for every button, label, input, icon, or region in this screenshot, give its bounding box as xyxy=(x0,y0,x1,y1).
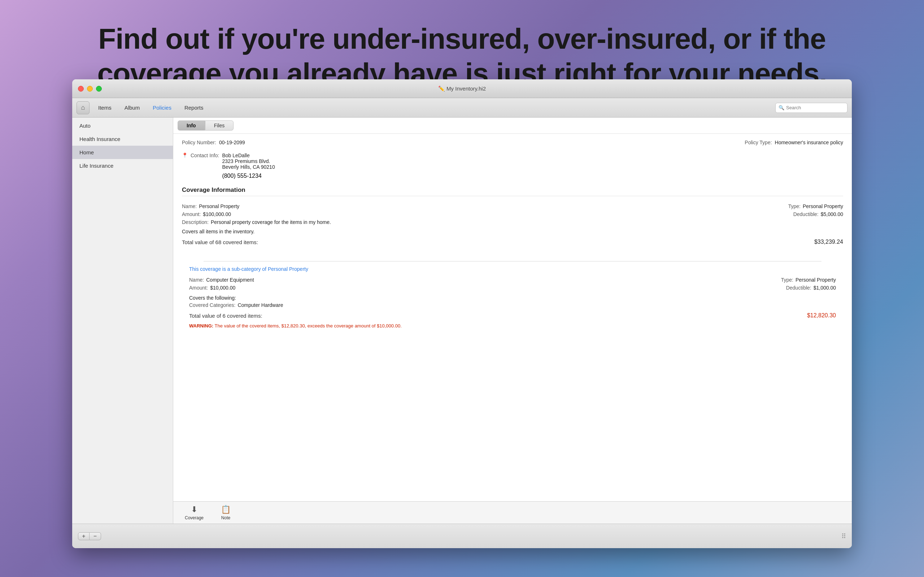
sub-amount-label: Amount: xyxy=(189,285,208,291)
window-title: ✏️ My Inventory.hi2 xyxy=(438,85,486,92)
bottom-tab-note[interactable]: 📋 Note xyxy=(216,503,235,522)
sub-amount-group: Amount: $10,000.00 xyxy=(189,285,235,291)
search-box[interactable]: 🔍 xyxy=(775,103,848,113)
coverage-deductible-group: Deductible: $5,000.00 xyxy=(793,211,843,217)
policy-type-value: Homeowner's insurance policy xyxy=(775,140,843,145)
coverage-total-value: $33,239.24 xyxy=(814,239,843,245)
toolbar-tabs: Items Album Policies Reports xyxy=(92,102,772,113)
sub-coverage-link[interactable]: This coverage is a sub-category of Perso… xyxy=(189,266,308,272)
tab-reports[interactable]: Reports xyxy=(179,102,209,113)
coverage-total-row: Total value of 68 covered items: $33,239… xyxy=(182,239,843,245)
maximize-button[interactable] xyxy=(96,86,102,92)
coverage-type-label: Type: xyxy=(788,203,801,209)
contact-address2: Beverly Hills, CA 90210 xyxy=(222,164,275,170)
coverage-type-value: Personal Property xyxy=(803,203,843,209)
sub-categories-row: Covered Categories: Computer Hardware xyxy=(189,302,836,308)
sub-warning-text: WARNING: The value of the covered items,… xyxy=(189,323,836,329)
note-tab-label: Note xyxy=(221,515,230,521)
coverage-tab-icon: ⬇ xyxy=(191,505,197,514)
segment-info[interactable]: Info xyxy=(178,121,205,131)
coverage-name-group: Name: Personal Property xyxy=(182,203,239,209)
coverage-amount-group: Amount: $100,000.00 xyxy=(182,211,231,217)
coverage-type-group: Type: Personal Property xyxy=(788,203,843,209)
policy-type-label: Policy Type: xyxy=(745,140,772,145)
coverage-block: Name: Personal Property Type: Personal P… xyxy=(182,199,843,254)
sidebar-item-home[interactable]: Home xyxy=(72,146,173,159)
sub-type-value: Personal Property xyxy=(795,277,836,283)
sidebar-item-life[interactable]: Life Insurance xyxy=(72,159,173,172)
contact-phone: (800) 555-1234 xyxy=(222,173,275,179)
main-window: ✏️ My Inventory.hi2 ⌂ Items Album Polici… xyxy=(72,79,852,548)
contact-row: 📍 Contact Info: Bob LeDalle 2323 Premium… xyxy=(182,153,843,179)
sub-coverage-block: This coverage is a sub-category of Perso… xyxy=(182,266,843,329)
coverage-section-title: Coverage Information xyxy=(182,187,843,196)
toolbar: ⌂ Items Album Policies Reports 🔍 xyxy=(72,98,852,118)
warning-bold: WARNING: xyxy=(189,323,213,329)
coverage-name-label: Name: xyxy=(182,203,197,209)
bottom-toolbar: + − ⠿ xyxy=(72,524,852,548)
sub-deductible-group: Deductible: $1,000.00 xyxy=(786,285,836,291)
contact-address1: 2323 Premiums Blvd. xyxy=(222,158,275,164)
remove-button[interactable]: − xyxy=(89,532,101,540)
policy-header: Policy Number: 00-19-2099 Policy Type: H… xyxy=(182,140,843,148)
sidebar-item-health[interactable]: Health Insurance xyxy=(72,132,173,146)
coverage-description-value: Personal property coverage for the items… xyxy=(211,219,331,225)
coverage-deductible-value: $5,000.00 xyxy=(821,211,843,217)
search-icon: 🔍 xyxy=(779,105,784,110)
coverage-description-row: Description: Personal property coverage … xyxy=(182,219,843,225)
note-tab-icon: 📋 xyxy=(221,505,231,514)
coverage-amount-label: Amount: xyxy=(182,211,201,217)
coverage-deductible-label: Deductible: xyxy=(793,211,819,217)
sub-deductible-value: $1,000.00 xyxy=(814,285,836,291)
sub-covers-text: Covers the following: xyxy=(189,295,836,301)
policy-number-label: Policy Number: xyxy=(182,140,216,145)
sub-coverage-divider xyxy=(204,261,822,261)
add-button[interactable]: + xyxy=(78,532,89,540)
policy-content: Policy Number: 00-19-2099 Policy Type: H… xyxy=(173,134,852,501)
coverage-description-label: Description: xyxy=(182,219,208,225)
sub-type-label: Type: xyxy=(781,277,793,283)
segment-bar: Info Files xyxy=(173,118,852,134)
sub-total-value: $12,820.30 xyxy=(807,312,836,319)
coverage-amount-deductible-row: Amount: $100,000.00 Deductible: $5,000.0… xyxy=(182,211,843,217)
segment-files[interactable]: Files xyxy=(205,121,234,131)
tagline-line1: Find out if you're under-insured, over-i… xyxy=(29,22,895,56)
home-button[interactable]: ⌂ xyxy=(76,102,89,114)
close-button[interactable] xyxy=(78,86,84,92)
contact-details: Bob LeDalle 2323 Premiums Blvd. Beverly … xyxy=(222,153,275,179)
tab-items[interactable]: Items xyxy=(92,102,117,113)
coverage-name-value: Personal Property xyxy=(199,203,239,209)
contact-name: Bob LeDalle xyxy=(222,153,275,158)
coverage-total-label: Total value of 68 covered items: xyxy=(182,239,258,245)
minimize-button[interactable] xyxy=(87,86,93,92)
detail-area: Info Files Policy Number: 00-19-2099 Pol… xyxy=(173,118,852,524)
tab-album[interactable]: Album xyxy=(119,102,146,113)
coverage-tab-label: Coverage xyxy=(185,515,204,521)
detail-bottom-tabs: ⬇ Coverage 📋 Note xyxy=(173,501,852,524)
add-remove-buttons: + − xyxy=(78,532,101,540)
sub-type-group: Type: Personal Property xyxy=(781,277,836,283)
sub-categories-value: Computer Hardware xyxy=(237,302,283,308)
sub-total-label: Total value of 6 covered items: xyxy=(189,313,262,319)
sub-name-type-row: Name: Computer Equipment Type: Personal … xyxy=(189,277,836,283)
warning-message: The value of the covered items, $12,820.… xyxy=(215,323,402,329)
title-bar: ✏️ My Inventory.hi2 xyxy=(72,79,852,98)
bottom-tab-coverage[interactable]: ⬇ Coverage xyxy=(181,503,208,522)
policy-number-value: 00-19-2099 xyxy=(219,140,245,145)
contact-pin-icon: 📍 xyxy=(182,153,188,158)
sub-name-group: Name: Computer Equipment xyxy=(189,277,254,283)
tab-policies[interactable]: Policies xyxy=(147,102,177,113)
main-content: Auto Health Insurance Home Life Insuranc… xyxy=(72,118,852,524)
sidebar: Auto Health Insurance Home Life Insuranc… xyxy=(72,118,173,524)
sub-name-label: Name: xyxy=(189,277,204,283)
sub-name-value: Computer Equipment xyxy=(206,277,254,283)
sub-total-row: Total value of 6 covered items: $12,820.… xyxy=(189,312,836,319)
search-input[interactable] xyxy=(786,105,844,110)
resize-handle: ⠿ xyxy=(842,532,846,540)
coverage-covers-text: Covers all items in the inventory. xyxy=(182,229,843,234)
sub-amount-value: $10,000.00 xyxy=(210,285,235,291)
sub-deductible-label: Deductible: xyxy=(786,285,811,291)
sidebar-item-auto[interactable]: Auto xyxy=(72,119,173,132)
coverage-amount-value: $100,000.00 xyxy=(203,211,231,217)
sub-amount-deductible-row: Amount: $10,000.00 Deductible: $1,000.00 xyxy=(189,285,836,291)
